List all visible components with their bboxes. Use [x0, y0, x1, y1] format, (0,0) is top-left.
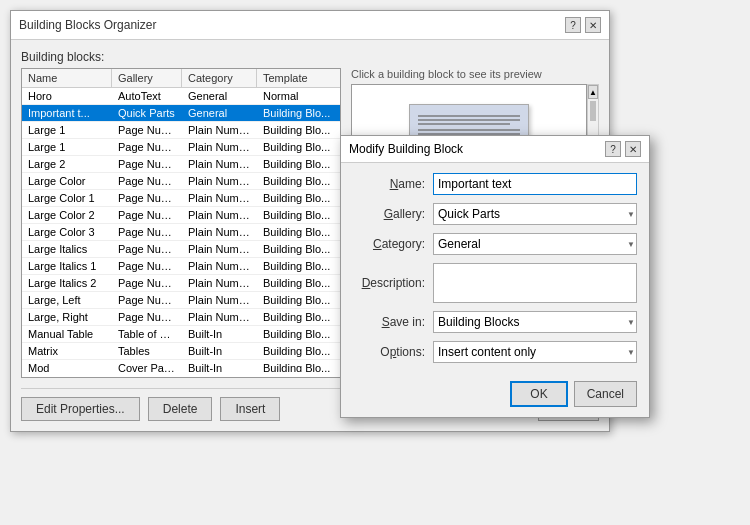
preview-label: Click a building block to see its previe…: [351, 68, 599, 80]
cell-category: Plain Number: [182, 258, 257, 274]
category-select-wrapper: General Built-In Plain Number ▼: [433, 233, 637, 255]
gallery-select[interactable]: Quick Parts AutoText Tables Cover Pages: [433, 203, 637, 225]
cell-template: Building Blo...: [257, 105, 337, 121]
cell-name: Large Color 2: [22, 207, 112, 223]
cell-gallery: Table of Co...: [112, 326, 182, 342]
name-label: Name:: [353, 177, 433, 191]
edit-properties-button[interactable]: Edit Properties...: [21, 397, 140, 421]
cell-gallery: Page Num...: [112, 156, 182, 172]
cell-name: Manual Table: [22, 326, 112, 342]
cell-gallery: Page Num...: [112, 275, 182, 291]
cell-name: Large 1: [22, 122, 112, 138]
table-row[interactable]: Large Color 3 Page Num... Plain Number B…: [22, 224, 340, 241]
cell-gallery: Page Num...: [112, 292, 182, 308]
cell-category: Plain Number: [182, 122, 257, 138]
table-row[interactable]: Large Italics 2 Page Num... Plain Number…: [22, 275, 340, 292]
save-in-label: Save in:: [353, 315, 433, 329]
main-dialog-title: Building Blocks Organizer: [19, 18, 156, 32]
delete-button[interactable]: Delete: [148, 397, 213, 421]
table-row[interactable]: Large Italics 1 Page Num... Plain Number…: [22, 258, 340, 275]
save-in-row: Save in: Building Blocks Normal ▼: [353, 311, 637, 333]
description-input[interactable]: [433, 263, 637, 303]
cell-template: Building Blo...: [257, 139, 337, 155]
cell-gallery: Page Num...: [112, 258, 182, 274]
table-row[interactable]: Important t... Quick Parts General Build…: [22, 105, 340, 122]
scroll-thumb[interactable]: [590, 101, 596, 121]
cell-template: Building Blo...: [257, 275, 337, 291]
cell-template: Building Blo...: [257, 292, 337, 308]
cell-gallery: AutoText: [112, 88, 182, 104]
cell-gallery: Cover Pages: [112, 360, 182, 372]
cell-category: Plain Number: [182, 190, 257, 206]
table-row[interactable]: Mod Cover Pages Built-In Building Blo...: [22, 360, 340, 372]
category-select[interactable]: General Built-In Plain Number: [433, 233, 637, 255]
cell-template: Building Blo...: [257, 241, 337, 257]
cell-category: Plain Number: [182, 309, 257, 325]
sub-close-button[interactable]: ✕: [625, 141, 641, 157]
cancel-button[interactable]: Cancel: [574, 381, 637, 407]
cell-category: Built-In: [182, 326, 257, 342]
cell-gallery: Page Num...: [112, 122, 182, 138]
table-row[interactable]: Large Color Page Num... Plain Number Bui…: [22, 173, 340, 190]
cell-name: Mod: [22, 360, 112, 372]
table-row[interactable]: Large, Left Page Num... Plain Number Bui…: [22, 292, 340, 309]
col-header-template[interactable]: Template: [257, 69, 337, 87]
cell-category: Plain Number: [182, 241, 257, 257]
cell-name: Large 1: [22, 139, 112, 155]
cell-template: Building Blo...: [257, 309, 337, 325]
table-row[interactable]: Large 1 Page Num... Plain Number Buildin…: [22, 122, 340, 139]
table-header: Name Gallery Category Template: [22, 69, 340, 88]
cell-gallery: Page Num...: [112, 241, 182, 257]
cell-category: General: [182, 105, 257, 121]
cell-template: Building Blo...: [257, 173, 337, 189]
cell-gallery: Quick Parts: [112, 105, 182, 121]
name-input[interactable]: [433, 173, 637, 195]
cell-name: Horo: [22, 88, 112, 104]
table-row[interactable]: Large Color 1 Page Num... Plain Number B…: [22, 190, 340, 207]
col-header-category[interactable]: Category: [182, 69, 257, 87]
table-row[interactable]: Large Italics Page Num... Plain Number B…: [22, 241, 340, 258]
table-body[interactable]: Horo AutoText General Normal Important t…: [22, 88, 340, 372]
cell-template: Building Blo...: [257, 258, 337, 274]
table-row[interactable]: Horo AutoText General Normal: [22, 88, 340, 105]
cell-name: Important t...: [22, 105, 112, 121]
cell-gallery: Tables: [112, 343, 182, 359]
category-row: Category: General Built-In Plain Number …: [353, 233, 637, 255]
table-row[interactable]: Large Color 2 Page Num... Plain Number B…: [22, 207, 340, 224]
insert-button[interactable]: Insert: [220, 397, 280, 421]
close-button[interactable]: ✕: [585, 17, 601, 33]
sub-help-button[interactable]: ?: [605, 141, 621, 157]
table-row[interactable]: Large 1 Page Num... Plain Number Buildin…: [22, 139, 340, 156]
gallery-label: Gallery:: [353, 207, 433, 221]
table-row[interactable]: Manual Table Table of Co... Built-In Bui…: [22, 326, 340, 343]
scroll-up-arrow[interactable]: ▲: [588, 85, 598, 99]
table-row[interactable]: Large 2 Page Num... Plain Number Buildin…: [22, 156, 340, 173]
cell-category: General: [182, 88, 257, 104]
save-in-select[interactable]: Building Blocks Normal: [433, 311, 637, 333]
help-button[interactable]: ?: [565, 17, 581, 33]
cell-name: Large, Right: [22, 309, 112, 325]
col-header-name[interactable]: Name: [22, 69, 112, 87]
cell-category: Plain Number: [182, 292, 257, 308]
cell-template: Building Blo...: [257, 122, 337, 138]
table-row[interactable]: Matrix Tables Built-In Building Blo...: [22, 343, 340, 360]
cell-name: Large Color 3: [22, 224, 112, 240]
cell-template: Building Blo...: [257, 156, 337, 172]
col-header-gallery[interactable]: Gallery: [112, 69, 182, 87]
description-row: Description:: [353, 263, 637, 303]
main-dialog-titlebar: Building Blocks Organizer ? ✕: [11, 11, 609, 40]
cell-template: Building Blo...: [257, 224, 337, 240]
ok-button[interactable]: OK: [510, 381, 567, 407]
cell-category: Built-In: [182, 360, 257, 372]
cell-template: Building Blo...: [257, 326, 337, 342]
options-select[interactable]: Insert content only Insert content in it…: [433, 341, 637, 363]
options-row: Options: Insert content only Insert cont…: [353, 341, 637, 363]
cell-name: Matrix: [22, 343, 112, 359]
cell-category: Plain Number: [182, 207, 257, 223]
cell-name: Large Color: [22, 173, 112, 189]
cell-category: Plain Number: [182, 275, 257, 291]
table-row[interactable]: Large, Right Page Num... Plain Number Bu…: [22, 309, 340, 326]
sub-dialog-body: Name: Gallery: Quick Parts AutoText Tabl…: [341, 163, 649, 417]
cell-template: Building Blo...: [257, 190, 337, 206]
sub-dialog-titlebar: Modify Building Block ? ✕: [341, 136, 649, 163]
